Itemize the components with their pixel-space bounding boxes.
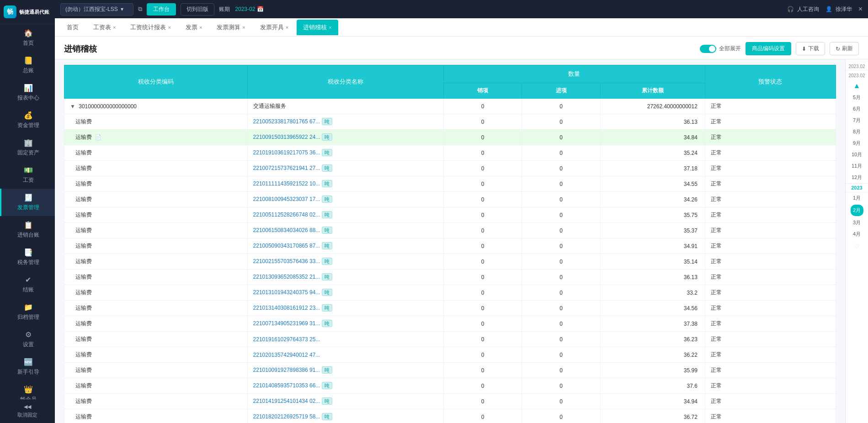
sidebar-item-funds[interactable]: 💰 资金管理 (0, 106, 55, 134)
table-cell-total: 35.37 (600, 223, 705, 238)
settings-button[interactable]: 商品编码设置 (746, 42, 791, 55)
table-cell-total: 35.14 (600, 254, 705, 270)
period-label: 账期 2023-02 📅 (219, 5, 264, 13)
page-content: 进销稽核 全部展开 商品编码设置 ⬇ 下载 ↻ 刷新 (55, 37, 868, 423)
table-cell-name: 221014085935710353 66... 吨 (247, 378, 443, 394)
expand-icon[interactable]: ▼ (70, 103, 75, 110)
table-cell-jin: 0 (522, 378, 601, 394)
expand-toggle[interactable]: 全部展开 (700, 45, 741, 53)
tab-label: 进销稽核 (303, 23, 327, 32)
toggle-track[interactable] (700, 45, 716, 53)
sidebar-item-label: 固定资产 (17, 149, 39, 157)
tab-salary-table[interactable]: 工资表 × (87, 20, 122, 35)
assets-icon: 🏢 (24, 138, 33, 147)
sidebar-item-invoice[interactable]: 🧾 发票管理 (0, 189, 55, 216)
tab-salary-stats[interactable]: 工资统计报表 × (124, 20, 177, 35)
table-cell-xiao: 0 (443, 285, 522, 301)
tab-close-icon[interactable]: × (329, 25, 331, 30)
user-avatar[interactable]: 👤 徐泽华 (825, 5, 852, 13)
tab-label: 工资统计报表 (130, 23, 166, 32)
tab-label: 发票测算 (217, 23, 240, 32)
table-cell-name: 221018202126925719 58... 吨 (247, 409, 443, 423)
tab-invoice-open[interactable]: 发票开具 × (254, 20, 295, 35)
month-11[interactable]: 11月 (846, 160, 868, 172)
table-cell-jin: 0 (522, 161, 601, 176)
table-cell-xiao: 0 (443, 223, 522, 238)
table-cell-status: 正常 (705, 176, 836, 192)
month-7[interactable]: 7月 (846, 115, 868, 126)
table-cell-xiao: 0 (443, 99, 522, 114)
table-cell-total: 34.56 (600, 301, 705, 316)
sidebar-item-sales[interactable]: 📋 进销台账 (0, 216, 55, 243)
sidebar-item-label: 畅会员 (20, 396, 37, 399)
sidebar-item-checkout[interactable]: ✔ 结账 (0, 271, 55, 298)
sidebar-item-settings[interactable]: ⚙ 设置 (0, 326, 55, 353)
scroll-up-arrow[interactable]: ▲ (852, 80, 863, 92)
month-6[interactable]: 6月 (846, 103, 868, 115)
tab-close-icon[interactable]: × (199, 25, 202, 30)
sidebar-item-guide[interactable]: 🆕 新手引导 (0, 353, 55, 381)
sidebar-item-reports[interactable]: 📊 报表中心 (0, 79, 55, 106)
download-button[interactable]: ⬇ 下载 (796, 42, 825, 55)
tab-invoice[interactable]: 发票 × (179, 20, 208, 35)
table-cell-name: 221002155703576436 33... 吨 (247, 254, 443, 270)
tab-invoice-calc[interactable]: 发票测算 × (210, 20, 251, 35)
month-4[interactable]: 4月 (846, 228, 868, 240)
table-cell-name: 221008100945323037 17... 吨 (247, 192, 443, 207)
month-2-active[interactable]: 2月 (851, 205, 863, 216)
tab-home[interactable]: 首页 (60, 20, 85, 35)
table-cell-name: 221019103619217075 36... 吨 (247, 145, 443, 161)
table-cell-status: 正常 (705, 409, 836, 423)
refresh-button[interactable]: ↻ 刷新 (830, 42, 859, 55)
tab-close-icon[interactable]: × (242, 25, 245, 30)
sidebar-item-assets[interactable]: 🏢 固定资产 (0, 134, 55, 161)
table-cell-name: 221005233817801765 67... 吨 (247, 114, 443, 130)
unit-badge: 吨 (322, 273, 332, 280)
month-5[interactable]: 5月 (846, 92, 868, 103)
tab-close-icon[interactable]: × (113, 25, 116, 30)
table-cell-code: 运输费 (64, 332, 248, 347)
workspace-button[interactable]: 工作台 (147, 3, 176, 16)
sidebar-item-member[interactable]: 👑 畅会员 (0, 381, 55, 399)
tab-close-icon[interactable]: × (286, 25, 288, 30)
table-cell-total: 35.99 (600, 363, 705, 378)
tab-close-icon[interactable]: × (168, 25, 170, 30)
table-cell-name: 交通运输服务 (247, 99, 443, 114)
copy-icon[interactable]: ⧉ (138, 5, 142, 13)
table-cell-jin: 0 (522, 238, 601, 254)
month-10[interactable]: 10月 (846, 149, 868, 160)
table-cell-status: 正常 (705, 316, 836, 332)
sidebar-item-archive[interactable]: 📁 归档管理 (0, 298, 55, 326)
month-3[interactable]: 3月 (846, 217, 868, 228)
sidebar-item-ledger[interactable]: 📒 总账 (0, 52, 55, 79)
sidebar-footer-pin[interactable]: ◀◀ 取消固定 (0, 399, 55, 423)
month-9[interactable]: 9月 (846, 137, 868, 149)
table-cell-xiao: 0 (443, 332, 522, 347)
month-8[interactable]: 8月 (846, 126, 868, 137)
sidebar-item-label: 新手引导 (17, 368, 39, 376)
sidebar-item-label: 结账 (23, 286, 34, 294)
support-label[interactable]: 🎧 人工咨询 (787, 5, 819, 13)
company-selector[interactable]: (勿动）江西报宝-LSS ▾ (60, 3, 133, 16)
table-cell-status: 正常 (705, 207, 836, 223)
unit-badge: 吨 (322, 366, 332, 374)
guide-icon: 🆕 (24, 358, 33, 366)
month-1[interactable]: 1月 (846, 192, 868, 204)
year-2023-label-2: 2023.02 (846, 72, 868, 79)
sidebar-item-salary[interactable]: 💵 工资 (0, 161, 55, 189)
calendar-icon[interactable]: 📅 (257, 6, 264, 12)
unit-badge: 吨 (322, 196, 332, 203)
table-cell-xiao: 0 (443, 409, 522, 423)
headset-icon: 🎧 (787, 6, 794, 12)
month-12[interactable]: 12月 (846, 172, 868, 183)
sidebar-item-tax[interactable]: 📑 税务管理 (0, 243, 55, 271)
switch-version-button[interactable]: 切到旧版 (181, 3, 214, 16)
unit-badge: 吨 (322, 118, 332, 125)
tab-reconcile[interactable]: 进销稽核 × (297, 20, 338, 35)
table-cell-name: 221011111435921522 10... 吨 (247, 176, 443, 192)
table-cell-jin: 0 (522, 130, 601, 145)
sidebar-item-home[interactable]: 🏠 首页 (0, 24, 55, 52)
tab-label: 发票 (186, 23, 197, 32)
table-cell-status: 正常 (705, 99, 836, 114)
close-button[interactable]: × (858, 5, 863, 13)
